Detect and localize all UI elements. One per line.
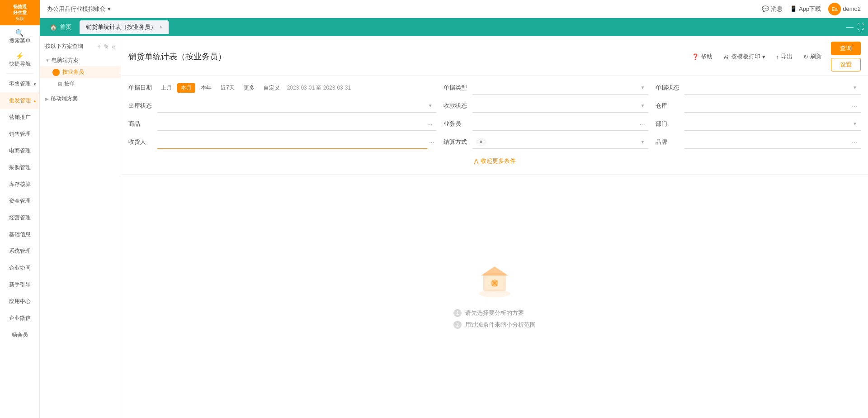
filter-date-field: 单据日期 上月 本月 本年 近7天 更多 自定义 2023-03-01 至 20… <box>128 83 436 93</box>
app-download-button[interactable]: 📱 App下载 <box>790 5 821 13</box>
scheme-collapse-button[interactable]: « <box>112 43 115 50</box>
query-btn-area: 查询 设置 <box>831 42 861 71</box>
app-name: 畅捷通好生意标版 <box>13 4 27 22</box>
sidebar-item-ecommerce[interactable]: 电商管理 <box>0 142 39 159</box>
doctype-label: 单据类型 <box>443 84 469 92</box>
outstatus-select[interactable]: ▼ <box>157 99 436 113</box>
consignee-ellipsis-button[interactable]: ··· <box>427 138 436 146</box>
warehouse-ellipsis-button[interactable]: ··· <box>850 102 859 109</box>
filter-row-3: 商品 ··· 业务员 ··· 部门 <box>128 117 861 131</box>
brand-ellipsis-button[interactable]: ··· <box>850 138 859 146</box>
refresh-button[interactable]: ↻ 刷新 <box>800 51 826 62</box>
goods-ellipsis-button[interactable]: ··· <box>425 120 434 128</box>
date-tab-thisyear[interactable]: 本年 <box>197 83 215 93</box>
scheme-item-salesperson-icon: 人 <box>52 69 60 76</box>
settlement-tag-close[interactable]: × <box>480 139 483 145</box>
sidebar-item-retail[interactable]: 零售管理 <box>0 76 39 92</box>
sidebar-item-appstore[interactable]: 应用中心 <box>0 293 39 310</box>
docstatus-select[interactable]: ▼ <box>684 81 861 95</box>
date-range: 2023-03-01 至 2023-03-31 <box>287 84 351 92</box>
date-tab-last7days[interactable]: 近7天 <box>217 83 238 93</box>
sidebar-item-sales[interactable]: 销售管理 <box>0 126 39 142</box>
hint-num-1: 1 <box>453 309 462 317</box>
section-mobile-label: 移动端方案 <box>51 95 78 103</box>
main-area: 办公用品行业模拟账套 ▾ 💬 消息 📱 App下载 Ea demo2 <box>40 0 868 418</box>
print-label: 按模板打印 <box>731 52 760 61</box>
tab-max-button[interactable]: ⛶ <box>857 23 864 31</box>
doctype-select[interactable]: ▼ <box>472 81 649 95</box>
print-button[interactable]: 🖨 按模板打印 ▾ <box>720 51 769 62</box>
help-button[interactable]: ❓ 帮助 <box>688 51 716 62</box>
scheme-item-salesperson[interactable]: 人 按业务员 <box>40 66 121 78</box>
empty-svg <box>472 264 517 300</box>
export-label: 导出 <box>781 52 793 61</box>
tab-home[interactable]: 🏠 首页 <box>43 20 78 34</box>
help-icon: ❓ <box>692 53 699 60</box>
sidebar-search[interactable]: 🔍 搜索菜单 <box>0 25 39 48</box>
scheme-section-desktop: ▼ 电脑端方案 人 按业务员 ⊞ 按单 <box>40 53 121 91</box>
export-button[interactable]: ↑ 导出 <box>773 51 797 62</box>
sidebar-item-system[interactable]: 系统管理 <box>0 243 39 260</box>
tab-close-icon[interactable]: × <box>159 24 162 30</box>
sidebar-quicknav[interactable]: ⚡ 快捷导航 <box>0 48 39 71</box>
date-tab-thismonth[interactable]: 本月 <box>177 83 195 93</box>
scheme-add-button[interactable]: + <box>97 43 101 50</box>
scheme-section-mobile-header[interactable]: ▶ 移动端方案 <box>40 93 121 104</box>
recvstatus-arrow-icon: ▼ <box>640 103 645 108</box>
scheme-section-desktop-header[interactable]: ▼ 电脑端方案 <box>40 55 121 66</box>
settlement-select[interactable]: × ▼ <box>472 135 649 149</box>
avatar: Ea <box>828 3 841 15</box>
industry-label: 办公用品行业模拟账套 <box>47 5 106 13</box>
date-tab-custom[interactable]: 自定义 <box>260 83 283 93</box>
app-download-label: App下载 <box>799 5 821 13</box>
recvstatus-label: 收款状态 <box>443 102 469 110</box>
query-button[interactable]: 查询 <box>831 42 861 55</box>
tab-min-button[interactable]: — <box>846 23 854 31</box>
tab-active[interactable]: 销货单统计表（按业务员） × <box>80 20 169 34</box>
topbar-right: 💬 消息 📱 App下载 Ea demo2 <box>762 3 861 15</box>
filter-consignee-field: 收货人 ··· <box>128 135 436 149</box>
salesperson-label: 业务员 <box>443 120 469 128</box>
collapse-label: 收起更多条件 <box>481 157 516 165</box>
scheme-item-order[interactable]: ⊞ 按单 <box>40 78 121 90</box>
consignee-input[interactable] <box>157 135 427 149</box>
date-tab-lastmonth[interactable]: 上月 <box>157 83 175 93</box>
filter-outstatus-field: 出库状态 ▼ <box>128 99 436 113</box>
svg-marker-3 <box>481 266 508 276</box>
home-icon: 🏠 <box>50 24 57 31</box>
message-button[interactable]: 💬 消息 <box>762 5 783 13</box>
sidebar-item-basic[interactable]: 基础信息 <box>0 226 39 243</box>
date-tab-more[interactable]: 更多 <box>240 83 258 93</box>
scheme-panel-header: 按以下方案查询 + ✎ « <box>40 40 121 53</box>
industry-selector[interactable]: 办公用品行业模拟账套 ▾ <box>47 5 111 13</box>
recvstatus-select[interactable]: ▼ <box>472 99 649 113</box>
sidebar-item-operation[interactable]: 经营管理 <box>0 209 39 226</box>
page-content: 按以下方案查询 + ✎ « ▼ 电脑端方案 人 按业务员 <box>40 36 868 418</box>
sidebar-item-newguide[interactable]: 新手引导 <box>0 276 39 293</box>
sidebar-item-cooperation[interactable]: 企业协同 <box>0 260 39 276</box>
settings-button[interactable]: 设置 <box>831 58 861 71</box>
scheme-item-salesperson-label: 按业务员 <box>62 68 84 76</box>
scheme-edit-button[interactable]: ✎ <box>104 43 109 50</box>
sidebar-item-inventory[interactable]: 库存核算 <box>0 176 39 193</box>
app-logo: 畅捷通好生意标版 <box>0 0 40 25</box>
industry-dropdown-icon: ▾ <box>108 5 111 12</box>
sidebar-item-finance[interactable]: 资金管理 <box>0 193 39 209</box>
sidebar-item-purchase[interactable]: 采购管理 <box>0 159 39 176</box>
docstatus-label: 单据状态 <box>656 84 681 92</box>
salesperson-ellipsis-button[interactable]: ··· <box>638 120 647 128</box>
warehouse-label: 仓库 <box>656 102 681 110</box>
phone-icon: 📱 <box>790 5 797 12</box>
department-select[interactable]: ▼ <box>684 117 861 131</box>
tabbar: 🏠 首页 销货单统计表（按业务员） × — ⛶ <box>40 18 868 36</box>
hint-num-2: 2 <box>453 321 462 329</box>
hint-text-2: 用过滤条件来缩小分析范围 <box>465 321 536 329</box>
page-header-actions: ❓ 帮助 🖨 按模板打印 ▾ ↑ 导出 <box>688 51 826 62</box>
sidebar-item-vip[interactable]: 畅会员 <box>0 327 39 343</box>
sidebar-item-marketing[interactable]: 营销推广 <box>0 109 39 126</box>
user-menu[interactable]: Ea demo2 <box>828 3 861 15</box>
collapse-more-button[interactable]: ⋀ 收起更多条件 <box>128 153 861 169</box>
docstatus-arrow-icon: ▼ <box>853 85 857 90</box>
sidebar-item-wholesale[interactable]: 批发管理 <box>0 92 39 109</box>
sidebar-item-wechat[interactable]: 企业微信 <box>0 310 39 327</box>
